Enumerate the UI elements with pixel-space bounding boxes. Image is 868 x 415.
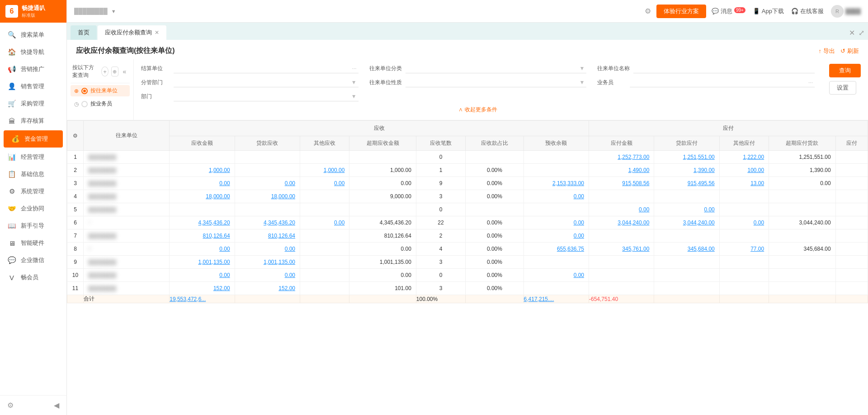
col-ar-loan: 贷款应收 (235, 136, 300, 151)
query-button[interactable]: 查询 (829, 64, 861, 77)
close-window-icon[interactable]: ✕ (849, 29, 855, 37)
page-actions: ↑ 导出 ↺ 刷新 (819, 47, 859, 55)
dept-arrow-icon[interactable]: ▼ (351, 79, 357, 86)
partner-nature-label: 往来单位性质 (369, 79, 402, 86)
service-item[interactable]: 🎧 在线客服 (791, 7, 824, 15)
settlement-dots-icon[interactable]: ··· (352, 65, 357, 72)
col-ar-count: 应收笔数 (416, 136, 465, 151)
table-footer-row: 合计 19,553,472,6... 100.00% 6,417,215....… (67, 295, 868, 303)
sidebar-logo: 6 畅捷通叭 标准版 (0, 0, 66, 23)
sidebar-item-baseinfo[interactable]: 📋 基础信息 (0, 166, 66, 183)
sidebar-footer: ⚙ ◀ (0, 395, 66, 415)
finance-icon: 💰 (11, 135, 20, 143)
table-row: 2████████1,000.001,000.001,000.0010.00%1… (67, 164, 868, 177)
department-input-wrap: ▼ (174, 92, 359, 101)
sidebar-item-vip[interactable]: V 畅会员 (0, 269, 66, 286)
table-footer: 合计 19,553,472,6... 100.00% 6,417,215....… (67, 295, 868, 303)
partner-category-input[interactable] (407, 65, 580, 72)
sidebar-item-label: 采购管理 (21, 100, 44, 108)
main-content: 应收应付余额查询(按往来单位) ↑ 导出 ↺ 刷新 按以下方案查询 + ⊕ (67, 40, 868, 415)
sidebar-item-purchase[interactable]: 🛒 采购管理 (0, 95, 66, 112)
service-icon: 🎧 (791, 8, 798, 14)
filter-radio-partner (81, 88, 88, 94)
tab-ar-ap[interactable]: 应收应付余额查询 ✕ (98, 25, 166, 40)
chevron-down-icon[interactable]: ▼ (111, 9, 116, 14)
table-container: ⚙ 往来单位 应收 应付 应收金额 贷款应收 其他应收 超期应收金额 应收笔数 … (67, 120, 868, 415)
message-icon: 💬 (712, 8, 719, 14)
collapse-more-button[interactable]: ∧ 收起更多条件 (141, 104, 815, 115)
search-icon: 🔍 (7, 31, 16, 39)
table-row: 10████████0.000.000.0000.00%0.00 (67, 269, 868, 282)
settlement-input[interactable] (175, 65, 352, 72)
dept-input-wrap: ▼ (174, 78, 359, 87)
export-button[interactable]: ↑ 导出 (819, 47, 835, 55)
partner-name-label: 往来单位名称 (597, 65, 630, 72)
footer-ar-total[interactable]: 19,553,472,6... (170, 295, 235, 303)
footer-empty8 (769, 295, 835, 303)
service-label: 在线客服 (800, 7, 824, 15)
user-item[interactable]: R ████ (831, 5, 861, 18)
footer-prepaid-total[interactable]: 6,417,215.... (524, 295, 589, 303)
sidebar-item-search[interactable]: 🔍 搜索菜单 (0, 26, 66, 43)
sidebar-item-label: 销售管理 (21, 82, 44, 91)
settings-footer-icon[interactable]: ⚙ (7, 401, 14, 410)
sidebar-item-corp[interactable]: 🤝 企业协同 (0, 200, 66, 217)
sidebar-item-label: 新手引导 (21, 222, 44, 230)
refresh-button[interactable]: ↺ 刷新 (840, 47, 859, 55)
sidebar-item-finance[interactable]: 💰 资金管理 (4, 130, 63, 148)
table-header-sub: 应收金额 贷款应收 其他应收 超期应收金额 应收笔数 应收款占比 预收余额 应付… (67, 136, 868, 151)
table-row: 11████████152.00152.00101.0030.00% (67, 282, 868, 295)
footer-empty3 (300, 295, 349, 303)
filter-option-by-partner[interactable]: ⊕ 按往来单位 (71, 85, 130, 96)
tabbar: 首页 应收应付余额查询 ✕ ✕ ⤢ (67, 23, 868, 40)
col-ap-last: 应付 (835, 136, 868, 151)
filter-config-button[interactable]: ⊕ (111, 67, 118, 76)
message-item[interactable]: 💬 消息 99+ (712, 7, 745, 15)
filter-arrow-button[interactable]: « (121, 67, 128, 76)
filter-option-by-salesperson[interactable]: ◷ 按业务员 (71, 98, 130, 110)
baseinfo-icon: 📋 (7, 170, 16, 178)
partner-nature-input[interactable] (407, 79, 580, 86)
tab-home[interactable]: 首页 (71, 25, 97, 40)
sales-icon: 👤 (7, 82, 16, 91)
department-arrow-icon[interactable]: ▼ (351, 93, 357, 100)
refresh-icon: ↺ (840, 48, 845, 54)
sidebar-item-system[interactable]: ⚙ 系统管理 (0, 183, 66, 200)
sidebar-item-sales[interactable]: 👤 销售管理 (0, 78, 66, 95)
tab-close-icon[interactable]: ✕ (155, 29, 159, 36)
filter-cell-department: 部门 ▼ (141, 92, 359, 101)
sidebar-item-quicknav[interactable]: 🏠 快捷导航 (0, 43, 66, 61)
sidebar-item-label: 畅会员 (21, 273, 38, 281)
app-icon: 📱 (753, 8, 760, 14)
dept-input[interactable] (175, 79, 351, 86)
setting-button[interactable]: 设置 (829, 81, 856, 95)
partner-name-input-wrap (633, 64, 815, 73)
sidebar-item-operation[interactable]: 📊 经营管理 (0, 148, 66, 166)
filter-add-button[interactable]: + (101, 67, 108, 76)
salesperson-dots-icon[interactable]: ··· (808, 79, 813, 86)
promo-button[interactable]: 体验行业方案 (656, 5, 706, 18)
sidebar-logo-sub: 标准版 (22, 12, 45, 19)
footer-ar-ratio: 100.00% (416, 295, 465, 303)
table-row: 9████████1,001,135.001,001,135.001,001,1… (67, 256, 868, 269)
sidebar-item-hardware[interactable]: 🖥 智能硬件 (0, 234, 66, 252)
expand-icon[interactable]: ⤢ (859, 29, 864, 37)
sidebar-item-wechat[interactable]: 💬 企业微信 (0, 252, 66, 269)
sidebar-item-label: 搜索菜单 (21, 31, 44, 39)
partner-category-arrow-icon[interactable]: ▼ (579, 65, 585, 72)
sidebar-item-guide[interactable]: 📖 新手引导 (0, 217, 66, 234)
app-download-item[interactable]: 📱 App下载 (753, 7, 784, 15)
table-settings-icon[interactable]: ⚙ (73, 133, 78, 139)
partner-nature-arrow-icon[interactable]: ▼ (579, 79, 585, 86)
sidebar-item-inventory[interactable]: 🏛 库存核算 (0, 112, 66, 129)
partner-name-input[interactable] (635, 65, 813, 72)
department-input[interactable] (175, 93, 351, 100)
collapse-sidebar-icon[interactable]: ◀ (54, 401, 59, 410)
table-row: 1████████01,252,773.001,251,551.001,222.… (67, 151, 868, 164)
header-gear-icon[interactable]: ⚙ (645, 7, 651, 15)
salesperson-input[interactable] (632, 79, 808, 86)
filter-cell-partner-name: 往来单位名称 (597, 64, 815, 73)
sidebar-item-marketing[interactable]: 📢 营销推广 (0, 61, 66, 78)
table-ap-group: 应付 (589, 121, 868, 136)
table-row: 674,345,436.204,345,436.200.004,345,436.… (67, 216, 868, 229)
